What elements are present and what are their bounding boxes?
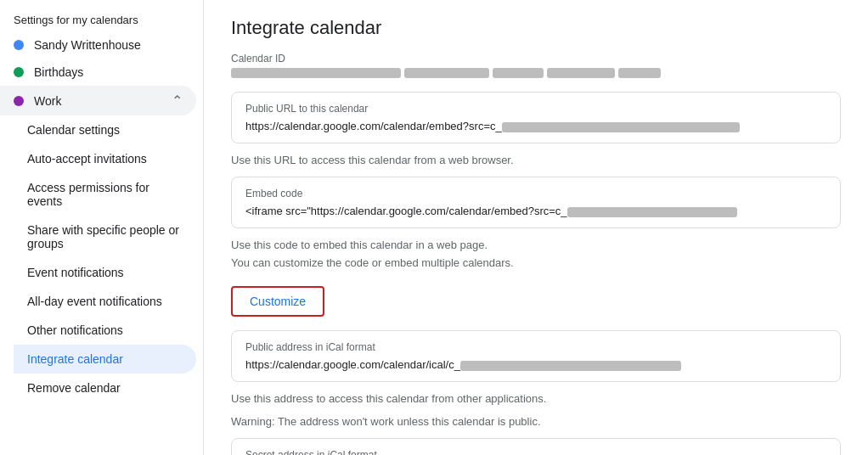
calendar-dot-sandy — [14, 40, 24, 50]
sidebar-item-birthdays[interactable]: Birthdays — [0, 59, 203, 86]
embed-helper-2: You can customize the code or embed mult… — [231, 256, 841, 269]
ical-label: Public address in iCal format — [245, 341, 826, 353]
calendar-dot-birthdays — [14, 67, 24, 77]
calendar-id-blurred-4 — [547, 68, 615, 78]
secret-ical-label: Secret address in iCal format — [245, 449, 826, 455]
calendar-id-blurred-1 — [231, 68, 401, 78]
embed-code-box: Embed code <iframe src="https://calendar… — [231, 177, 841, 228]
calendar-id-label: Calendar ID — [231, 53, 841, 65]
customize-button[interactable]: Customize — [231, 286, 324, 317]
calendar-dot-work — [14, 96, 24, 106]
sidebar-subitem-allday-notifications[interactable]: All-day event notifications — [14, 287, 196, 316]
ical-value: https://calendar.google.com/calendar/ica… — [245, 358, 826, 371]
calendar-id-blurred-2 — [404, 68, 489, 78]
calendar-id-section: Calendar ID — [231, 53, 841, 78]
sidebar-item-sandy[interactable]: Sandy Writtenhouse — [0, 31, 203, 59]
public-url-value: https://calendar.google.com/calendar/emb… — [245, 120, 826, 132]
sidebar-item-label-sandy: Sandy Writtenhouse — [34, 38, 141, 52]
sidebar-subitem-remove-calendar[interactable]: Remove calendar — [14, 374, 196, 402]
page-title: Integrate calendar — [231, 17, 841, 39]
sidebar-item-label-work: Work — [34, 94, 61, 108]
sidebar-subitem-other-notifications[interactable]: Other notifications — [14, 316, 196, 345]
sidebar-subitem-integrate-calendar[interactable]: Integrate calendar — [14, 345, 196, 374]
sidebar-item-work[interactable]: Work ⌃ — [0, 86, 196, 115]
public-url-label: Public URL to this calendar — [245, 103, 826, 115]
sidebar-subitem-event-notifications[interactable]: Event notifications — [14, 258, 196, 287]
sidebar-subitem-access-permissions[interactable]: Access permissions for events — [14, 173, 196, 216]
calendar-id-blurred-3 — [493, 68, 544, 78]
ical-helper-1: Use this address to access this calendar… — [231, 392, 841, 405]
work-subitems: Calendar settings Auto-accept invitation… — [0, 115, 203, 402]
ical-box: Public address in iCal format https://ca… — [231, 330, 841, 382]
embed-code-value: <iframe src="https://calendar.google.com… — [245, 205, 826, 217]
secret-ical-box: Secret address in iCal format — [231, 438, 841, 455]
calendar-id-blurred-5 — [618, 68, 661, 78]
public-url-helper: Use this URL to access this calendar fro… — [231, 154, 841, 166]
ical-blurred — [460, 361, 681, 371]
chevron-up-icon: ⌃ — [172, 93, 183, 109]
main-content: Integrate calendar Calendar ID Public UR… — [204, 0, 868, 455]
sidebar-subitem-share-people[interactable]: Share with specific people or groups — [14, 216, 196, 258]
embed-code-blurred — [567, 207, 737, 217]
sidebar-subitem-auto-accept[interactable]: Auto-accept invitations — [14, 144, 196, 173]
sidebar-subitem-calendar-settings[interactable]: Calendar settings — [14, 115, 196, 144]
public-url-box: Public URL to this calendar https://cale… — [231, 92, 841, 143]
ical-warning: Warning: The address won't work unless t… — [231, 415, 841, 428]
public-url-blurred — [502, 122, 740, 132]
sidebar-section-title: Settings for my calendars — [0, 7, 203, 31]
sidebar-item-label-birthdays: Birthdays — [34, 65, 83, 79]
embed-helper-1: Use this code to embed this calendar in … — [231, 239, 841, 251]
sidebar: Settings for my calendars Sandy Writtenh… — [0, 0, 204, 455]
calendar-id-value — [231, 68, 841, 78]
embed-code-label: Embed code — [245, 188, 826, 199]
